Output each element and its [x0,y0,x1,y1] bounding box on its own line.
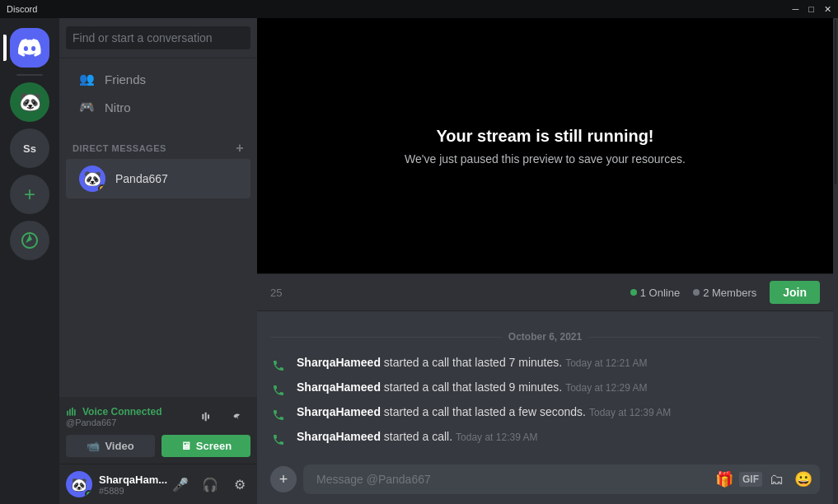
titlebar-controls: ─ □ ✕ [793,4,831,15]
server-icon-home[interactable] [10,28,49,68]
svg-rect-4 [202,414,204,420]
message-content: SharqaHameed started a call that lasted … [297,356,648,369]
chat-area: October 6, 2021 SharqaHameed started a c… [257,311,833,458]
message-username: SharqaHameed [297,356,381,369]
user-panel-controls: 🎤 🎧 ⚙ [167,471,253,497]
message-username: SharqaHameed [297,405,381,418]
dm-list: 🐼 Panda667 [59,159,257,397]
server-icon-add[interactable]: + [10,175,49,214]
voice-controls [194,404,250,430]
member-count: 2 Members [703,287,756,299]
server-icon-ss[interactable]: Ss [10,128,49,168]
date-divider-text: October 6, 2021 [508,331,582,343]
message-input-area: + 🎁 GIF 🗂 😀 [257,458,833,504]
member-dot [693,289,700,296]
message-timestamp: Today at 12:29 AM [565,382,647,394]
svg-rect-0 [67,411,68,416]
scrollbar-thumb[interactable] [835,20,836,184]
mute-button[interactable]: 🎤 [167,471,194,497]
voice-status-text: Voice Connected [66,406,162,418]
stream-paused-subtitle: We've just paused this preview to save y… [405,152,686,166]
nav-item-friends-label: Friends [105,72,146,86]
dm-section-header: DIRECT MESSAGES + [59,128,257,159]
message-content: SharqaHameed started a call that lasted … [297,405,671,418]
message-content: SharqaHameed started a call.Today at 12:… [297,430,538,443]
call-icon [270,432,287,448]
dm-add-button[interactable]: + [236,141,244,156]
nav-item-nitro-label: Nitro [105,100,131,114]
chat-messages-container: SharqaHameed started a call that lasted … [270,356,820,448]
svg-rect-1 [69,409,71,416]
stream-paused-title: Your stream is still running! [405,127,686,146]
voice-status-info: Voice Connected @Panda667 [66,406,162,427]
server-icon-user[interactable]: 🐼 [10,82,49,122]
user-panel-name: SharqaHam... [99,474,167,486]
nav-item-friends[interactable]: 👥 Friends [66,65,250,93]
headset-icon: 🎧 [202,477,218,492]
settings-button[interactable]: ⚙ [227,471,253,497]
disconnect-icon [231,410,244,423]
list-item: SharqaHameed started a call that lasted … [270,356,820,374]
call-icon [270,357,287,374]
nitro-icon: 🎮 [79,100,95,114]
channel-id: 25 [270,287,282,299]
screen-button[interactable]: 🖥 Screen [162,435,250,457]
message-input[interactable] [310,464,714,494]
channel-id-area: 25 [270,287,282,299]
dm-nav: 👥 Friends 🎮 Nitro [59,58,257,128]
gif-button[interactable]: GIF [741,469,761,489]
stream-preview: Your stream is still running! We've just… [257,18,833,273]
sticker-button[interactable]: 🗂 [767,469,787,489]
scrollbar-track [833,18,838,504]
voice-actions: 📹 Video 🖥 Screen [66,435,250,457]
svg-rect-6 [208,414,209,418]
message-timestamp: Today at 12:39 AM [456,432,537,443]
deafen-button[interactable]: 🎧 [197,471,223,497]
svg-rect-5 [205,413,207,422]
date-divider-line-right [588,337,820,338]
maximize-button[interactable]: □ [808,4,814,15]
stream-paused-msg: Your stream is still running! We've just… [405,127,686,166]
friends-icon: 👥 [79,72,95,86]
sound-icon [201,410,214,423]
online-stat: 1 Online [630,287,680,299]
search-input[interactable] [66,26,250,49]
sticker-icon: 🗂 [770,471,784,488]
minimize-button[interactable]: ─ [793,4,799,15]
date-divider: October 6, 2021 [270,331,820,343]
online-dot [630,289,637,296]
nav-item-nitro[interactable]: 🎮 Nitro [66,93,250,121]
status-dot-panda667 [98,184,105,192]
message-username: SharqaHameed [297,380,381,394]
emoji-icon: 😀 [794,470,812,488]
user-panel-info: 🐼 SharqaHam... #5889 [66,471,167,497]
join-button[interactable]: Join [770,281,820,304]
voice-panel: Voice Connected @Panda667 [59,397,257,464]
dm-sidebar: 👥 Friends 🎮 Nitro DIRECT MESSAGES + 🐼 Pa… [59,18,257,504]
channel-info-bar: 25 1 Online 2 Members Join [257,273,833,311]
message-add-button[interactable]: + [270,466,297,492]
list-item: SharqaHameed started a call.Today at 12:… [270,430,820,448]
message-input-wrapper: 🎁 GIF 🗂 😀 [303,464,820,494]
dm-item-panda667[interactable]: 🐼 Panda667 [66,159,250,198]
dm-item-panda667-name: Panda667 [115,172,168,185]
video-button[interactable]: 📹 Video [66,435,155,457]
video-icon: 📹 [87,440,100,452]
close-button[interactable]: ✕ [824,4,831,15]
main-content: Your stream is still running! We've just… [257,18,833,504]
svg-rect-2 [72,408,73,416]
server-icon-explore[interactable] [10,221,49,260]
settings-icon: ⚙ [234,477,246,492]
gift-button[interactable]: 🎁 [714,469,734,489]
mic-icon: 🎤 [172,477,189,492]
user-panel-tag: #5889 [99,486,167,496]
message-username: SharqaHameed [297,430,381,443]
user-panel-names: SharqaHam... #5889 [99,474,167,496]
message-timestamp: Today at 12:39 AM [589,407,671,418]
voice-disconnect-button[interactable] [224,404,250,430]
emoji-button[interactable]: 😀 [794,469,813,489]
voice-connected-header: Voice Connected @Panda667 [66,404,250,430]
voice-sound-button[interactable] [194,404,221,430]
call-icon [270,407,287,423]
bars-icon [66,406,77,418]
